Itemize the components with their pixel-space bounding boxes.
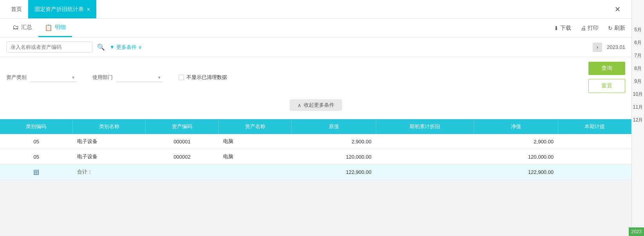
print-icon: 🖨 xyxy=(581,25,586,31)
asset-table: 类别编码 类别名称 资产编码 资产名称 原值 期初累计折旧 净值 本期计提 05 xyxy=(0,119,631,180)
table-container: 类别编码 类别名称 资产编码 资产名称 原值 期初累计折旧 净值 本期计提 05 xyxy=(0,119,631,180)
cell-net-value-2: 120,000.00 xyxy=(474,149,558,164)
filter-row: 资产类别 使用部门 xyxy=(6,62,625,93)
expand-arrow-button[interactable]: › xyxy=(593,43,602,52)
summary-net-value: 122,900.00 xyxy=(474,164,558,180)
cell-category-code-1: 05 xyxy=(0,134,72,149)
cell-original-value-1: 2,900.00 xyxy=(292,134,376,149)
th-asset-name: 资产名称 xyxy=(218,119,292,134)
th-accumulated-depreciation: 期初累计折旧 xyxy=(376,119,474,134)
cell-accumulated-2 xyxy=(376,149,474,164)
department-select[interactable] xyxy=(116,73,163,82)
cell-original-value-2: 120,000.00 xyxy=(292,149,376,164)
toolbar-right: ⬇ 下载 🖨 打印 ↻ 刷新 xyxy=(554,25,625,32)
asset-category-select-wrapper xyxy=(30,73,77,82)
summary-icon-cell: 🔢 xyxy=(0,164,72,180)
th-category-code: 类别编码 xyxy=(0,119,72,134)
download-icon: ⬇ xyxy=(554,25,559,31)
th-category-name: 类别名称 xyxy=(72,119,146,134)
filter-icon: ▼ xyxy=(110,44,115,50)
search-bar: 🔍 ▼ 更多条件 ∨ › 2023.01 xyxy=(0,38,631,57)
search-icon[interactable]: 🔍 xyxy=(97,43,105,51)
print-label: 打印 xyxy=(588,25,599,32)
window-close-button[interactable]: ✕ xyxy=(615,5,627,14)
month-7[interactable]: 7月 xyxy=(632,49,644,62)
th-current-depreciation: 本期计提 xyxy=(558,119,631,134)
th-asset-code: 资产编码 xyxy=(146,119,219,134)
reset-button[interactable]: 重置 xyxy=(588,79,625,93)
summary-row: 🔢 合计： 122,900.00 122,900.00 xyxy=(0,164,631,180)
department-filter: 使用部门 xyxy=(92,73,163,82)
month-8[interactable]: 8月 xyxy=(632,62,644,75)
collapse-button[interactable]: ∧ 收起更多条件 xyxy=(290,99,342,111)
cell-asset-name-1: 电脑 xyxy=(218,134,292,149)
year-badge: 2023 xyxy=(629,227,644,236)
asset-category-label: 资产类别 xyxy=(6,74,27,81)
tab-detail[interactable]: 📋 明细 xyxy=(38,19,72,37)
tab-close-button[interactable]: × xyxy=(87,6,90,13)
summary-tab-label: 汇总 xyxy=(21,24,32,31)
department-label: 使用部门 xyxy=(92,74,113,81)
month-5[interactable]: 5月 xyxy=(632,23,644,36)
month-6[interactable]: 6月 xyxy=(632,36,644,49)
summary-label: 合计： xyxy=(72,164,292,180)
cell-current-dep-1 xyxy=(558,134,631,149)
hide-cleared-checkbox[interactable] xyxy=(179,75,184,80)
cell-accumulated-1 xyxy=(376,134,474,149)
download-button[interactable]: ⬇ 下载 xyxy=(554,25,571,32)
cell-asset-code-1: 000001 xyxy=(146,134,219,149)
top-nav: 首页 固定资产折旧统计表 × ✕ xyxy=(0,0,631,19)
cell-category-name-1: 电子设备 xyxy=(72,134,146,149)
sub-tabs-bar: 🗂 汇总 📋 明细 ⬇ 下载 🖨 打印 ↻ 刷新 xyxy=(0,19,631,38)
cell-asset-code-2: 000002 xyxy=(146,149,219,164)
hide-cleared-checkbox-item[interactable]: 不显示已清理数据 xyxy=(179,74,227,81)
cell-asset-name-2: 电脑 xyxy=(218,149,292,164)
date-display: 2023.01 xyxy=(607,44,625,50)
summary-accumulated xyxy=(376,164,474,180)
month-12[interactable]: 12月 xyxy=(632,114,644,127)
collapse-icon: ∧ xyxy=(298,102,301,108)
home-tab[interactable]: 首页 xyxy=(5,0,28,18)
cell-current-dep-2 xyxy=(558,149,631,164)
th-original-value: 原值 xyxy=(292,119,376,134)
table-row: 05 电子设备 000002 电脑 120,000.00 120,000.00 xyxy=(0,149,631,164)
summary-icon: 🗂 xyxy=(13,24,19,31)
search-input[interactable] xyxy=(6,41,92,53)
query-button[interactable]: 查询 xyxy=(588,62,625,75)
cell-net-value-1: 2,900.00 xyxy=(474,134,558,149)
month-10[interactable]: 10月 xyxy=(632,88,644,101)
table-header-row: 类别编码 类别名称 资产编码 资产名称 原值 期初累计折旧 净值 本期计提 xyxy=(0,119,631,134)
collapse-label: 收起更多条件 xyxy=(304,102,334,109)
more-filters-button[interactable]: ▼ 更多条件 ∨ xyxy=(110,44,142,51)
download-label: 下载 xyxy=(560,25,571,32)
cell-category-name-2: 电子设备 xyxy=(72,149,146,164)
department-select-wrapper xyxy=(116,73,163,82)
refresh-label: 刷新 xyxy=(614,25,625,32)
hide-cleared-label: 不显示已清理数据 xyxy=(186,74,227,81)
th-net-value: 净值 xyxy=(474,119,558,134)
summary-current-dep xyxy=(558,164,631,180)
table-row: 05 电子设备 000001 电脑 2,900.00 2,900.00 xyxy=(0,134,631,149)
active-tab[interactable]: 固定资产折旧统计表 × xyxy=(28,0,96,18)
summary-icon: 🔢 xyxy=(33,170,39,175)
more-filters-label: 更多条件 xyxy=(116,44,137,51)
detail-icon: 📋 xyxy=(45,24,52,31)
asset-category-select[interactable] xyxy=(30,73,77,82)
month-9[interactable]: 9月 xyxy=(632,75,644,88)
tab-label: 固定资产折旧统计表 xyxy=(34,6,84,13)
asset-category-filter: 资产类别 xyxy=(6,73,77,82)
refresh-icon: ↻ xyxy=(608,25,613,31)
summary-original-value: 122,900.00 xyxy=(292,164,376,180)
filter-expand-icon: ∨ xyxy=(138,44,142,50)
right-sidebar: 5月 6月 7月 8月 9月 10月 11月 12月 2023 xyxy=(631,0,644,236)
month-11[interactable]: 11月 xyxy=(632,101,644,114)
filter-area: 资产类别 使用部门 xyxy=(0,57,631,119)
tab-summary[interactable]: 🗂 汇总 xyxy=(6,19,38,37)
detail-tab-label: 明细 xyxy=(55,24,66,31)
cell-category-code-2: 05 xyxy=(0,149,72,164)
refresh-button[interactable]: ↻ 刷新 xyxy=(608,25,625,32)
print-button[interactable]: 🖨 打印 xyxy=(581,25,599,32)
